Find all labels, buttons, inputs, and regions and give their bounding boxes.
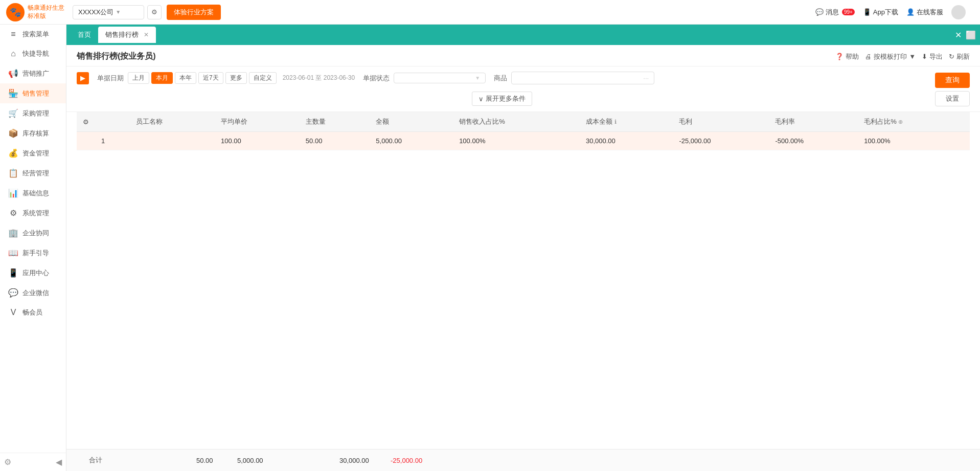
logo: 🐾 畅康通好生意 标准版	[6, 3, 64, 21]
expand-conditions-button[interactable]: ∨ 展开更多条件	[472, 92, 532, 106]
page-header: 销售排行榜(按业务员) ❓ 帮助 🖨 按模板打印 ▼	[66, 45, 980, 66]
help-button[interactable]: ❓ 帮助	[835, 52, 859, 61]
col-main-qty: 主数量	[300, 112, 370, 132]
sidebar-item-enterprise-wechat[interactable]: 💬 企业微信	[0, 283, 66, 303]
clipboard-icon: 📋	[8, 168, 18, 178]
sidebar-item-inventory[interactable]: 📦 库存核算	[0, 123, 66, 143]
tab-close-icon[interactable]: ✕	[144, 31, 149, 38]
sidebar-item-sales-mgmt[interactable]: 🏪 销售管理	[0, 83, 66, 103]
sidebar-item-system-mgmt[interactable]: ⚙ 系统管理	[0, 203, 66, 223]
home-icon: ⌂	[8, 49, 18, 58]
filter-row-1: ▶ 单据日期 上月 本月 本年 近7天	[77, 72, 927, 84]
company-settings-button[interactable]: ⚙	[147, 5, 162, 19]
date-btn-7days[interactable]: 近7天	[198, 72, 223, 84]
col-profit-ratio: 毛利占比% ⊕	[858, 112, 970, 132]
sidebar-item-beginner-guide[interactable]: 📖 新手引导	[0, 243, 66, 263]
print-icon: 🖨	[865, 53, 872, 60]
shop-icon: 🏪	[8, 88, 18, 98]
table-header-row: ⚙ 员工名称 平均单价 主数量 全额 销售收入占比% 成本全额	[77, 112, 970, 132]
sidebar-footer: ⚙ ◀	[0, 453, 66, 471]
search-icon: ≡	[8, 30, 18, 39]
wechat-icon: 💬	[8, 288, 18, 298]
col-cost-amount: 成本全额 ℹ	[580, 112, 673, 132]
sidebar-settings-button[interactable]: ⚙	[4, 457, 11, 467]
logo-icon: 🐾	[6, 3, 25, 21]
col-settings: ⚙	[77, 112, 95, 132]
online-service-button[interactable]: 👤 在线客服	[906, 8, 943, 17]
status-select[interactable]: ▼	[394, 73, 486, 83]
avatar[interactable]	[951, 5, 966, 19]
print-button[interactable]: 🖨 按模板打印 ▼	[865, 52, 916, 61]
col-gross-profit: 毛利	[673, 112, 769, 132]
refresh-icon: ↻	[949, 53, 954, 60]
box-icon: 📦	[8, 128, 18, 138]
export-icon: ⬇	[922, 53, 927, 60]
settings-button[interactable]: 设置	[935, 91, 970, 106]
tab-maximize-button[interactable]: ⬜	[966, 30, 976, 40]
date-btn-more[interactable]: 更多	[225, 72, 247, 84]
goods-filter: 商品 ···	[494, 72, 654, 84]
sidebar-item-enterprise-collab[interactable]: 🏢 企业协同	[0, 223, 66, 243]
sidebar-item-member[interactable]: V 畅会员	[0, 303, 66, 322]
refresh-button[interactable]: ↻ 刷新	[949, 52, 970, 61]
message-button[interactable]: 💬 消息 99+	[815, 8, 855, 17]
chart-icon: 📊	[8, 188, 18, 198]
filter-area: ▶ 单据日期 上月 本月 本年 近7天	[66, 66, 980, 112]
query-button[interactable]: 查询	[935, 73, 970, 88]
service-icon: 👤	[906, 8, 915, 16]
date-range-text: 2023-06-01 至 2023-06-30	[283, 74, 355, 82]
sidebar-item-search-order[interactable]: ≡ 搜索菜单	[0, 25, 66, 44]
date-btn-this-year[interactable]: 本年	[175, 72, 196, 84]
money-icon: 💰	[8, 148, 18, 158]
chevron-down-icon: ▼	[116, 9, 121, 15]
sidebar-item-app-center[interactable]: 📱 应用中心	[0, 263, 66, 283]
export-button[interactable]: ⬇ 导出	[922, 52, 943, 61]
sidebar-item-operations[interactable]: 📋 经营管理	[0, 163, 66, 183]
date-label: 单据日期	[97, 74, 124, 83]
building-icon: 🏢	[8, 228, 18, 238]
sidebar-collapse-button[interactable]: ◀	[56, 457, 62, 467]
sidebar-item-quick-nav[interactable]: ⌂ 快捷导航	[0, 44, 66, 63]
sidebar-item-basic-info[interactable]: 📊 基础信息	[0, 183, 66, 203]
profit-info-icon: ⊕	[898, 119, 903, 125]
cell-settings	[77, 132, 95, 150]
message-badge: 99+	[842, 9, 855, 15]
footer-sales-ratio	[282, 458, 333, 462]
cell-gross-margin: -500.00%	[769, 132, 858, 150]
message-icon: 💬	[815, 8, 824, 16]
date-btn-last-month[interactable]: 上月	[128, 72, 149, 84]
book-icon: 📖	[8, 248, 18, 258]
filter-expand-arrow[interactable]: ▶	[77, 72, 89, 84]
status-label: 单据状态	[363, 74, 390, 83]
app-download-button[interactable]: 📱 App下载	[863, 8, 898, 17]
table-area: ⚙ 员工名称 平均单价 主数量 全额 销售收入占比% 成本全额	[66, 112, 980, 449]
cell-profit-ratio: 100.00%	[858, 132, 970, 150]
footer-gross-profit: -25,000.00	[384, 455, 436, 466]
app-icon: 📱	[863, 8, 871, 16]
logo-text: 畅康通好生意 标准版	[28, 4, 64, 20]
cell-rank: 1	[95, 132, 130, 150]
mobile-icon: 📱	[8, 268, 18, 278]
table-row: 1100.0050.005,000.00100.00%30,000.00-25,…	[77, 132, 970, 150]
footer-label: 合计	[83, 454, 108, 467]
print-chevron-icon: ▼	[909, 53, 916, 60]
date-btn-custom[interactable]: 自定义	[249, 72, 277, 84]
cell-main-qty: 50.00	[300, 132, 370, 150]
vip-icon: V	[8, 308, 18, 317]
sidebar-item-purchase-mgmt[interactable]: 🛒 采购管理	[0, 103, 66, 123]
goods-input[interactable]: ···	[511, 72, 654, 84]
tab-home[interactable]: 首页	[71, 27, 98, 43]
tab-sales-ranking[interactable]: 销售排行榜 ✕	[98, 27, 156, 43]
cost-info-icon: ℹ	[614, 119, 617, 125]
tab-close-all-button[interactable]: ✕	[955, 30, 962, 40]
company-name: XXXXX公司	[78, 8, 113, 17]
table-footer: 合计 50.00 5,000.00 30,000.00 -25,000.00	[66, 449, 980, 471]
sidebar-item-marketing[interactable]: 📢 营销推广	[0, 63, 66, 83]
sidebar-item-finance[interactable]: 💰 资金管理	[0, 143, 66, 163]
col-employee-name: 员工名称	[130, 112, 215, 132]
date-btn-this-month[interactable]: 本月	[151, 72, 173, 84]
company-selector[interactable]: XXXXX公司 ▼	[73, 5, 144, 19]
footer-avg-price	[149, 458, 190, 462]
cell-cost-amount: 30,000.00	[580, 132, 673, 150]
trial-button[interactable]: 体验行业方案	[167, 5, 221, 20]
